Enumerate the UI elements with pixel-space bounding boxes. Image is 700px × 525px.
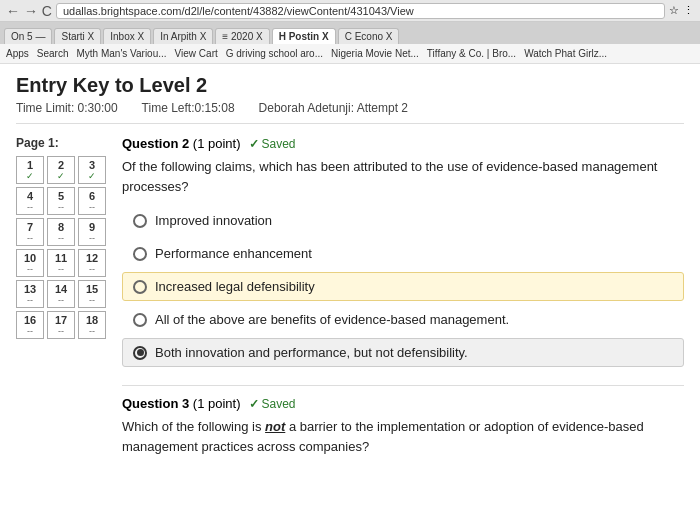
bookmarks-bar: AppsSearchMyth Man's Variou...View CartG… (0, 44, 700, 64)
answer-option-q2c[interactable]: Increased legal defensibility (122, 272, 684, 301)
attempt-label: Deborah Adetunji: Attempt 2 (259, 101, 408, 115)
nav-cell-5[interactable]: 5-- (47, 187, 75, 215)
browser-tab[interactable]: In Arpith X (153, 28, 213, 44)
browser-tab[interactable]: On 5 — (4, 28, 52, 44)
sidebar: Page 1: 1✓2✓3✓4--5--6--7--8--9--10--11--… (16, 136, 106, 474)
answer-text-q2d: All of the above are benefits of evidenc… (155, 312, 509, 327)
page-title: Entry Key to Level 2 (16, 74, 684, 97)
nav-cell-14[interactable]: 14-- (47, 280, 75, 308)
nav-cell-15[interactable]: 15-- (78, 280, 106, 308)
answer-text-q2a: Improved innovation (155, 213, 272, 228)
answer-option-q2b[interactable]: Performance enhancement (122, 239, 684, 268)
question-3-saved: Saved (249, 397, 296, 411)
question-3-header: Question 3 (1 point) Saved (122, 396, 684, 411)
radio-q2c (133, 280, 147, 294)
nav-cell-16[interactable]: 16-- (16, 311, 44, 339)
nav-cell-1[interactable]: 1✓ (16, 156, 44, 184)
question-2-text: Of the following claims, which has been … (122, 157, 684, 196)
page-content: Entry Key to Level 2 Time Limit: 0:30:00… (0, 64, 700, 525)
nav-cell-17[interactable]: 17-- (47, 311, 75, 339)
time-limit: Time Limit: 0:30:00 (16, 101, 118, 115)
page-label: Page 1: (16, 136, 106, 150)
answer-text-q2b: Performance enhancement (155, 246, 312, 261)
question-2-header: Question 2 (1 point) Saved (122, 136, 684, 151)
nav-cell-7[interactable]: 7-- (16, 218, 44, 246)
answer-option-q2d[interactable]: All of the above are benefits of evidenc… (122, 305, 684, 334)
question-2-title: Question 2 (1 point) (122, 136, 241, 151)
bookmark-item[interactable]: View Cart (175, 48, 218, 59)
bookmark-item[interactable]: Watch Phat Girlz... (524, 48, 607, 59)
bookmark-item[interactable]: Search (37, 48, 69, 59)
question-2-saved: Saved (249, 137, 296, 151)
browser-tab[interactable]: C Econo X (338, 28, 400, 44)
nav-cell-3[interactable]: 3✓ (78, 156, 106, 184)
nav-grid: 1✓2✓3✓4--5--6--7--8--9--10--11--12--13--… (16, 156, 106, 339)
answer-option-q2a[interactable]: Improved innovation (122, 206, 684, 235)
browser-tab[interactable]: ≡ 2020 X (215, 28, 269, 44)
nav-cell-13[interactable]: 13-- (16, 280, 44, 308)
nav-cell-8[interactable]: 8-- (47, 218, 75, 246)
browser-tab[interactable]: H Postin X (272, 28, 336, 44)
question-3-title: Question 3 (1 point) (122, 396, 241, 411)
radio-q2a (133, 214, 147, 228)
browser-tab[interactable]: Inbox X (103, 28, 151, 44)
browser-bar: ← → C udallas.brightspace.com/d2l/le/con… (0, 0, 700, 22)
nav-cell-9[interactable]: 9-- (78, 218, 106, 246)
question-3-block: Question 3 (1 point) Saved Which of the … (122, 396, 684, 456)
nav-cell-6[interactable]: 6-- (78, 187, 106, 215)
question-2-block: Question 2 (1 point) Saved Of the follow… (122, 136, 684, 367)
question-3-text: Which of the following is not a barrier … (122, 417, 684, 456)
radio-q2e (133, 346, 147, 360)
back-button[interactable]: ← → C (6, 3, 52, 19)
nav-cell-11[interactable]: 11-- (47, 249, 75, 277)
nav-cell-12[interactable]: 12-- (78, 249, 106, 277)
main-layout: Page 1: 1✓2✓3✓4--5--6--7--8--9--10--11--… (16, 136, 684, 474)
nav-cell-18[interactable]: 18-- (78, 311, 106, 339)
url-bar[interactable]: udallas.brightspace.com/d2l/le/content/4… (56, 3, 665, 19)
nav-cell-4[interactable]: 4-- (16, 187, 44, 215)
tab-bar: On 5 —Starti XInbox XIn Arpith X≡ 2020 X… (0, 22, 700, 44)
time-left: Time Left:0:15:08 (142, 101, 235, 115)
nav-cell-2[interactable]: 2✓ (47, 156, 75, 184)
answer-text-q2e: Both innovation and performance, but not… (155, 345, 468, 360)
divider (122, 385, 684, 386)
browser-tab[interactable]: Starti X (54, 28, 101, 44)
bookmark-item[interactable]: Apps (6, 48, 29, 59)
bookmark-item[interactable]: Nigeria Movie Net... (331, 48, 419, 59)
bookmark-item[interactable]: G driving school aro... (226, 48, 323, 59)
info-row: Time Limit: 0:30:00 Time Left:0:15:08 De… (16, 101, 684, 124)
nav-cell-10[interactable]: 10-- (16, 249, 44, 277)
radio-q2b (133, 247, 147, 261)
star-icon: ☆ (669, 4, 679, 17)
bookmark-item[interactable]: Myth Man's Variou... (76, 48, 166, 59)
menu-icon: ⋮ (683, 4, 694, 17)
question-2-options: Improved innovationPerformance enhanceme… (122, 206, 684, 367)
answer-option-q2e[interactable]: Both innovation and performance, but not… (122, 338, 684, 367)
bookmark-item[interactable]: Tiffany & Co. | Bro... (427, 48, 516, 59)
radio-q2d (133, 313, 147, 327)
answer-text-q2c: Increased legal defensibility (155, 279, 315, 294)
questions-area: Question 2 (1 point) Saved Of the follow… (122, 136, 684, 474)
